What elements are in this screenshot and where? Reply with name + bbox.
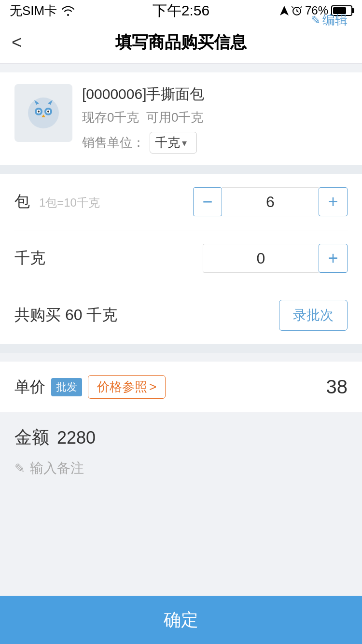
status-left: 无SIM卡 [10, 2, 75, 19]
status-time: 下午2:56 [153, 1, 209, 21]
svg-point-1 [28, 98, 59, 128]
product-card: [0000006]手撕面包 现存0千克 可用0千克 销售单位： 千克 ▾ ✎ 编… [0, 72, 362, 165]
status-bar: 无SIM卡 下午2:56 76% [0, 0, 362, 21]
amount-row: 金额 2280 [14, 426, 348, 449]
amount-value: 2280 [57, 428, 96, 448]
price-ref-label: 价格参照 [97, 378, 147, 395]
location-icon [280, 6, 289, 15]
edit-button[interactable]: ✎ 编辑 [311, 12, 348, 28]
package-label: 包 1包=10千克 [14, 191, 193, 212]
page-title: 填写商品购买信息 [115, 31, 247, 54]
product-logo [27, 96, 60, 130]
package-hint: 1包=10千克 [39, 196, 100, 209]
price-section: 单价 批发 价格参照 > 38 [0, 362, 362, 412]
total-section: 共购买 60 千克 录批次 [0, 286, 362, 344]
amount-section: 金额 2280 ✎ 输入备注 [0, 412, 362, 487]
record-batch-button[interactable]: 录批次 [279, 300, 348, 331]
amount-label: 金额 [14, 426, 49, 449]
back-button[interactable]: < [12, 32, 22, 53]
price-ref-arrow: > [149, 379, 156, 394]
price-label: 单价 [14, 377, 45, 398]
product-name: [0000006]手撕面包 [82, 84, 348, 104]
svg-point-7 [47, 111, 49, 112]
unit-select[interactable]: 千克 ▾ [150, 132, 197, 154]
unit-value: 千克 [155, 134, 180, 151]
kg-label: 千克 [14, 248, 203, 269]
nav-bar: < 填写商品购买信息 [0, 21, 362, 64]
package-controls: − + [193, 187, 348, 216]
edit-label: 编辑 [322, 12, 348, 28]
kg-increment-button[interactable]: + [319, 244, 348, 273]
price-ref-button[interactable]: 价格参照 > [88, 375, 166, 399]
note-text: 输入备注 [30, 459, 84, 477]
kg-controls: + [203, 244, 348, 273]
note-row[interactable]: ✎ 输入备注 [14, 459, 348, 487]
carrier-text: 无SIM卡 [10, 2, 57, 19]
edit-icon: ✎ [311, 14, 320, 27]
confirm-button[interactable]: 确定 [0, 596, 362, 644]
unit-label: 销售单位： [82, 134, 145, 151]
product-unit-row: 销售单位： 千克 ▾ [82, 132, 348, 154]
svg-point-6 [38, 111, 40, 112]
price-left: 单价 批发 价格参照 > [14, 375, 166, 399]
product-image [14, 84, 72, 142]
total-text: 共购买 60 千克 [14, 305, 117, 326]
product-info: [0000006]手撕面包 现存0千克 可用0千克 销售单位： 千克 ▾ [82, 84, 348, 154]
package-decrement-button[interactable]: − [193, 187, 222, 216]
alarm-icon [292, 5, 302, 16]
quantity-section: 包 1包=10千克 − + 千克 + [0, 174, 362, 286]
price-tag: 批发 [51, 378, 82, 396]
kg-quantity-row: 千克 + [14, 230, 348, 286]
price-value: 38 [326, 376, 348, 398]
product-stock: 现存0千克 可用0千克 [82, 109, 348, 126]
kg-input[interactable] [203, 244, 319, 273]
package-input[interactable] [222, 187, 319, 216]
pencil-icon: ✎ [14, 461, 25, 476]
unit-dropdown-arrow: ▾ [182, 137, 187, 149]
package-increment-button[interactable]: + [319, 187, 348, 216]
wifi-icon [61, 5, 75, 16]
section-divider-2 [0, 344, 362, 353]
section-divider-1 [0, 165, 362, 174]
package-quantity-row: 包 1包=10千克 − + [14, 174, 348, 230]
